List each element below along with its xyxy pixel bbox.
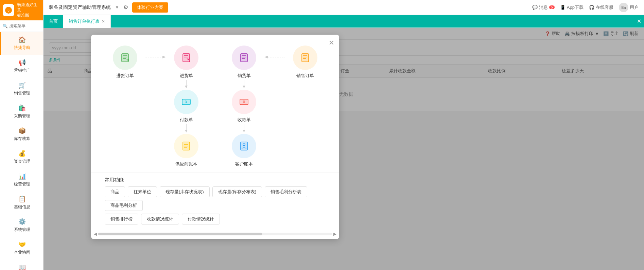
sidebar-search[interactable]: 🔍 搜索菜单 [0,20,43,32]
flow-item-purchase-order[interactable]: 进货订单 [105,46,145,79]
sidebar-item-purchase[interactable]: 🛍️ 采购管理 [0,100,43,123]
supplier-ledger-circle [174,134,198,158]
tab-home-label: 首页 [49,18,58,24]
sidebar-item-label: 经营管理 [14,181,30,187]
sidebar-item-guide[interactable]: 📖 新手引导 [0,259,43,270]
experience-btn[interactable]: 体验行业方案 [132,2,168,13]
svg-rect-2 [122,54,128,62]
flow-item-purchase-bill[interactable]: 进货单 [166,46,207,79]
tabbar-close-btn[interactable]: ✕ [637,18,641,24]
tab-close-icon[interactable]: ✕ [102,19,105,24]
tab-sales-order[interactable]: 销售订单执行表 ✕ [63,15,111,28]
func-btn-inventory-status[interactable]: 现存量(库存状况表) [160,186,210,197]
func-btn-partner[interactable]: 往来单位 [128,186,157,197]
message-badge: 5 [549,5,555,9]
flow-item-sales-bill[interactable]: 销货单 [224,46,264,79]
flow-item-supplier-ledger[interactable]: 供应商账本 [166,134,207,167]
func-btn-sales-profit[interactable]: 销售毛利分析表 [265,186,307,197]
search-label: 搜索菜单 [9,23,25,29]
svg-marker-39 [243,130,245,132]
marketing-icon: 📢 [18,59,26,66]
sidebar-item-label: 销售管理 [14,90,30,96]
supplier-ledger-label: 供应商账本 [175,161,197,167]
app-download-btn[interactable]: 📱 App下载 [560,4,584,11]
page-body: ❓ 帮助 🖨️ 按模板打印 ▼ ⬆️ 导出 🔄 刷新 [43,28,644,270]
sidebar: 6 畅康通好生意 标准版 🔍 搜索菜单 🏠 快捷导航 📢 营销推广 🛒 销售管理 [0,0,43,270]
logo-text: 畅康通好生意 标准版 [17,2,40,18]
sidebar-item-inventory[interactable]: 📦 库存核算 [0,123,43,146]
sidebar-item-label: 库存核算 [14,136,30,142]
topbar: 装备及固定资产辅助管理系统 ▼ ⚙ 体验行业方案 💬 消息 5 📱 App下载 … [43,0,644,15]
sidebar-item-label: 资金管理 [14,159,30,164]
scrollbar-track[interactable] [98,233,332,235]
guide-icon: 📖 [18,264,26,270]
sidebar-item-sales[interactable]: 🛒 销售管理 [0,77,43,100]
purchase-bill-circle [174,46,198,70]
purchase-bill-label: 进货单 [180,73,193,79]
sidebar-item-quick-nav[interactable]: 🏠 快捷导航 [0,32,43,55]
sidebar-item-label: 采购管理 [14,113,30,119]
scrollbar-thumb [98,233,262,235]
payment-bill-label: 付款单 [180,117,193,123]
sidebar-item-operations[interactable]: 📊 经营管理 [0,168,43,191]
topbar-arrow-icon: ▼ [115,5,119,10]
quick-nav-icon: 🏠 [18,36,26,43]
flow-item-payment-bill[interactable]: ¥ 付款单 [166,90,207,123]
message-btn[interactable]: 💬 消息 5 [532,4,555,11]
user-menu[interactable]: Ea 用户 [619,3,639,12]
sales-order-label: 销售订单 [296,73,314,79]
modal-overlay: ✕ [43,28,644,270]
func-btn-product-profit[interactable]: 商品毛利分析 [105,200,143,211]
func-btn-payment-stats[interactable]: 付款情况统计 [182,214,220,224]
sidebar-item-system[interactable]: ⚙️ 系统管理 [0,214,43,237]
finance-icon: 💰 [18,150,26,157]
func-btn-sales-rank[interactable]: 销售排行榜 [105,214,138,224]
svg-marker-29 [243,86,245,88]
payment-bill-circle: ¥ [174,90,198,114]
func-btn-inventory-dist[interactable]: 现存量(库存分布表) [212,186,262,197]
topbar-settings-icon[interactable]: ⚙ [123,4,128,11]
sidebar-item-basic-info[interactable]: 📋 基础信息 [0,191,43,214]
svg-rect-21 [302,54,309,62]
sales-bill-circle [232,46,256,70]
online-service-label: 在线客服 [596,4,613,11]
sidebar-item-label: 营销推广 [14,68,30,73]
flow-modal: ✕ [91,35,339,239]
svg-text:¥: ¥ [243,100,245,104]
modal-scrollbar: ◀ ▶ [91,230,339,239]
flow-item-sales-order[interactable]: 销售订单 [285,46,326,79]
online-service-btn[interactable]: 🎧 在线客服 [589,4,613,11]
func-btn-receipt-stats[interactable]: 收款情况统计 [141,214,179,224]
svg-rect-10 [183,54,190,62]
svg-rect-14 [241,54,247,62]
scroll-right-btn[interactable]: ▶ [333,232,336,236]
sidebar-item-finance[interactable]: 💰 资金管理 [0,146,43,168]
flow-item-receipt-bill[interactable]: ¥ 收款单 [224,90,264,123]
sidebar-item-label: 企业协同 [14,250,30,255]
svg-rect-45 [241,142,247,150]
sidebar-logo: 6 畅康通好生意 标准版 [0,0,43,20]
sidebar-item-enterprise[interactable]: 🤝 企业协同 [0,237,43,259]
inventory-icon: 📦 [18,127,26,134]
func-buttons-row-2: 销售排行榜 收款情况统计 付款情况统计 [105,214,326,224]
sidebar-nav: 🏠 快捷导航 📢 营销推广 🛒 销售管理 🛍️ 采购管理 📦 库存核算 💰 [0,32,43,270]
system-icon: ⚙️ [18,218,26,226]
scroll-left-btn[interactable]: ◀ [94,232,97,236]
svg-text:¥: ¥ [185,100,187,104]
flow-section: 进货订单 [91,35,339,173]
func-btn-product[interactable]: 商品 [105,186,125,197]
sidebar-item-label: 快捷导航 [14,45,30,51]
avatar: Ea [619,3,628,12]
sidebar-item-marketing[interactable]: 📢 营销推广 [0,55,43,77]
svg-marker-37 [185,130,188,132]
headset-icon: 🎧 [589,5,594,10]
receipt-bill-circle: ¥ [232,90,256,114]
modal-close-btn[interactable]: ✕ [329,39,334,47]
basic-info-icon: 📋 [18,195,26,203]
tab-home[interactable]: 首页 [43,15,63,28]
flow-item-customer-ledger[interactable]: 客户账本 [224,134,264,167]
customer-ledger-circle [232,134,256,158]
topbar-right: 💬 消息 5 📱 App下载 🎧 在线客服 Ea 用户 [532,3,639,12]
common-functions-title: 常用功能 [105,177,326,183]
main-content: 装备及固定资产辅助管理系统 ▼ ⚙ 体验行业方案 💬 消息 5 📱 App下载 … [43,0,644,270]
